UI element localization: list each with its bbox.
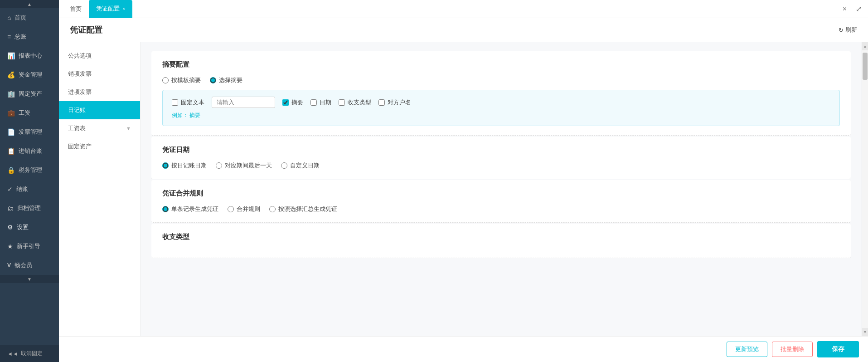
summary-config-box: 固定文本 摘要 日期 [162, 90, 840, 126]
salary-icon: 💼 [7, 109, 15, 117]
radio-merge[interactable] [228, 206, 234, 212]
page-content: 凭证配置 ↻ 刷新 公共选项 销项发票 进项发票 日记账 [59, 18, 868, 362]
sidebar-item-ledger[interactable]: ≡ 总账 [0, 27, 59, 46]
reports-icon: 📊 [7, 52, 15, 59]
income-expense-section-title: 收支类型 [162, 233, 840, 241]
radio-custom-date-label[interactable]: 自定义日期 [281, 161, 320, 170]
ledger-icon: ≡ [7, 33, 11, 40]
right-content: 摘要配置 按模板摘要 选择摘要 [141, 42, 862, 336]
outer-scroll-thumb[interactable] [863, 53, 868, 80]
update-preview-button[interactable]: 更新预览 [727, 342, 767, 357]
sidebar-item-reports[interactable]: 📊 报表中心 [0, 46, 59, 65]
radio-merge-label[interactable]: 合并规则 [228, 205, 260, 213]
closing-icon: ✓ [7, 186, 13, 193]
radio-select-merge-label[interactable]: 按照选择汇总生成凭证 [269, 205, 337, 213]
sidebar-item-salary[interactable]: 💼 工资 [0, 103, 59, 122]
guide-icon: ★ [7, 243, 13, 250]
sidebar-item-invoice[interactable]: 📄 发票管理 [0, 122, 59, 142]
page-header: 凭证配置 ↻ 刷新 [59, 18, 868, 42]
summary-section-title: 摘要配置 [162, 60, 840, 69]
radio-custom-date[interactable] [281, 162, 287, 169]
tab-voucher-config[interactable]: 凭证配置 × [89, 0, 132, 18]
batch-delete-button[interactable]: 批量删除 [772, 342, 813, 357]
outer-scroll-down-button[interactable]: ▼ [862, 328, 868, 336]
sidebar-scroll-up[interactable]: ▲ [0, 0, 59, 8]
home-tab-label: 首页 [70, 5, 82, 13]
left-nav-item-purchase-invoice[interactable]: 进项发票 [59, 83, 140, 101]
sidebar-item-archive[interactable]: 🗂 归档管理 [0, 199, 59, 218]
page-title: 凭证配置 [70, 24, 102, 35]
radio-select-merge[interactable] [269, 206, 276, 212]
left-nav-item-public[interactable]: 公共选项 [59, 47, 140, 65]
merge-section: 凭证合并规则 单条记录生成凭证 合并规则 [151, 180, 851, 223]
radio-single[interactable] [162, 206, 169, 212]
checkbox-counterpart[interactable] [378, 99, 385, 106]
checkbox-date[interactable] [310, 99, 317, 106]
settings-icon: ⚙ [7, 224, 13, 231]
tab-close-button[interactable]: × [840, 4, 849, 14]
checkbox-income-expense-label[interactable]: 收支类型 [339, 98, 371, 107]
radio-journal-date[interactable] [162, 162, 169, 169]
voucher-config-tab-label: 凭证配置 [96, 5, 120, 13]
radio-template-label[interactable]: 按模板摘要 [162, 76, 201, 84]
tab-home[interactable]: 首页 [63, 0, 89, 18]
sidebar-item-vip[interactable]: V 畅会员 [0, 256, 59, 275]
checkbox-fixed-text[interactable] [172, 99, 178, 106]
sidebar-item-closing[interactable]: ✓ 结账 [0, 180, 59, 199]
left-nav-item-fixed-assets[interactable]: 固定资产 [59, 137, 140, 156]
sidebar-item-tax[interactable]: 🔒 税务管理 [0, 161, 59, 180]
sidebar: ▲ ⌂ 首页 ≡ 总账 📊 报表中心 💰 资金管理 🏢 固定资产 💼 工资 📄 … [0, 0, 59, 362]
checkbox-income-expense[interactable] [339, 99, 345, 106]
left-nav: 公共选项 销项发票 进项发票 日记账 工资表 ▼ 固定资产 [59, 42, 141, 336]
summary-section: 摘要配置 按模板摘要 选择摘要 [151, 51, 851, 136]
radio-select[interactable] [210, 77, 216, 83]
tab-actions: × ⤢ [840, 4, 864, 14]
sidebar-item-funds[interactable]: 💰 资金管理 [0, 65, 59, 84]
radio-select-label[interactable]: 选择摘要 [210, 76, 242, 84]
summary-radio-group: 按模板摘要 选择摘要 [162, 76, 840, 84]
vip-icon: V [7, 262, 11, 269]
checkbox-date-label[interactable]: 日期 [310, 98, 331, 107]
sidebar-scroll-down[interactable]: ▼ [0, 275, 59, 283]
content-layout: 公共选项 销项发票 进项发票 日记账 工资表 ▼ 固定资产 [59, 42, 868, 336]
date-section: 凭证日期 按日记账日期 对应期间最后一天 [151, 137, 851, 179]
tab-close-icon[interactable]: × [122, 6, 125, 11]
radio-period-last[interactable] [216, 162, 222, 169]
date-section-title: 凭证日期 [162, 146, 840, 154]
purchase-sales-icon: 📋 [7, 147, 15, 155]
left-nav-item-sales-invoice[interactable]: 销项发票 [59, 65, 140, 83]
invoice-icon: 📄 [7, 128, 15, 136]
sidebar-item-home[interactable]: ⌂ 首页 [0, 8, 59, 27]
radio-single-label[interactable]: 单条记录生成凭证 [162, 205, 218, 213]
fixed-text-input[interactable] [212, 97, 275, 108]
sidebar-item-fixed-assets[interactable]: 🏢 固定资产 [0, 84, 59, 103]
tab-expand-button[interactable]: ⤢ [853, 4, 864, 14]
sidebar-item-guide[interactable]: ★ 新手引导 [0, 237, 59, 256]
sidebar-item-purchase-sales[interactable]: 📋 进销台账 [0, 142, 59, 161]
merge-section-title: 凭证合并规则 [162, 189, 840, 198]
fixed-assets-icon: 🏢 [7, 90, 15, 98]
checkbox-summary[interactable] [282, 99, 289, 106]
chevron-down-icon: ▼ [126, 126, 131, 131]
radio-journal-date-label[interactable]: 按日记账日期 [162, 161, 207, 170]
tab-bar: 首页 凭证配置 × × ⤢ [59, 0, 868, 18]
radio-template[interactable] [162, 77, 169, 83]
radio-period-last-label[interactable]: 对应期间最后一天 [216, 161, 272, 170]
outer-scroll-track [862, 50, 868, 328]
checkbox-counterpart-label[interactable]: 对方户名 [378, 98, 411, 107]
income-expense-section: 收支类型 [151, 224, 851, 258]
main-area: 首页 凭证配置 × × ⤢ 凭证配置 ↻ 刷新 公共选项 [59, 0, 868, 362]
bottom-bar: 更新预览 批量删除 保存 [59, 336, 868, 362]
left-nav-item-journal[interactable]: 日记账 [59, 101, 140, 119]
refresh-button[interactable]: ↻ 刷新 [839, 26, 857, 34]
sidebar-item-settings[interactable]: ⚙ 设置 [0, 218, 59, 237]
save-button[interactable]: 保存 [817, 341, 859, 357]
left-nav-item-payroll[interactable]: 工资表 ▼ [59, 119, 140, 137]
checkbox-summary-label[interactable]: 摘要 [282, 98, 303, 107]
checkbox-fixed-text-label[interactable]: 固定文本 [172, 98, 204, 107]
merge-radio-group: 单条记录生成凭证 合并规则 按照选择汇总生成凭证 [162, 205, 840, 213]
archive-icon: 🗂 [7, 205, 14, 212]
refresh-icon: ↻ [839, 27, 844, 34]
sidebar-unpin-button[interactable]: ◄◄ 取消固定 [0, 345, 59, 362]
outer-scroll-up-button[interactable]: ▲ [862, 42, 868, 50]
